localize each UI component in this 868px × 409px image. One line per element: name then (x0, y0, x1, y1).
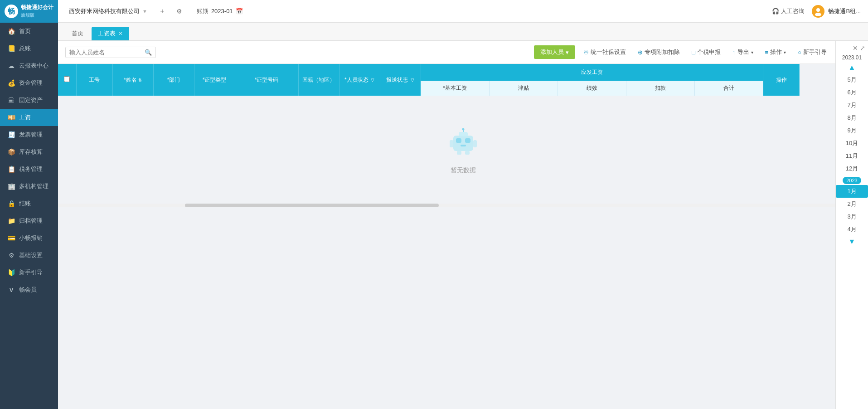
th-deduction: 扣款 (626, 81, 694, 96)
vip-icon: V (7, 287, 15, 293)
tax-icon: 📋 (7, 166, 15, 173)
avatar (812, 5, 824, 18)
company-selector[interactable]: 西安虾米网络科技有限公司 ▼ (65, 5, 151, 17)
th-allowance: 津贴 (489, 81, 558, 96)
search-wrapper: 🔍 (65, 47, 156, 58)
th-status[interactable]: *人员状态 ▽ (339, 64, 380, 96)
panel-nav-up[interactable]: ▲ (847, 62, 858, 73)
svg-rect-5 (461, 145, 466, 146)
logo-icon: 畅 (5, 5, 18, 18)
ai-consult-button[interactable]: 🎧 人工咨询 (772, 7, 805, 15)
sidebar-item-inventory[interactable]: 📦 库存核算 (0, 143, 58, 161)
th-cert-no: *证型号码 (235, 64, 298, 96)
svg-point-1 (815, 13, 821, 16)
operate-button[interactable]: ≡ 操作 ▾ (761, 46, 790, 58)
sidebar-item-multi-org[interactable]: 🏢 多机构管理 (0, 178, 58, 195)
new-guide-button[interactable]: ○ 新手引导 (794, 46, 830, 58)
export-icon: ↑ (732, 49, 736, 56)
empty-icon (445, 123, 481, 159)
th-action: 操作 (763, 64, 800, 96)
select-all-checkbox[interactable] (64, 76, 70, 82)
invoice-icon: 🧾 (7, 131, 15, 138)
svg-rect-3 (456, 138, 461, 143)
sidebar-item-cloud-report[interactable]: ☁ 云报表中心 (0, 57, 58, 74)
th-report-status[interactable]: 报送状态 ▽ (380, 64, 421, 96)
tab-home[interactable]: 首页 (65, 27, 90, 40)
sidebar-item-settings[interactable]: ⚙ 基础设置 (0, 247, 58, 264)
month-10[interactable]: 10月 (836, 137, 868, 150)
month-6[interactable]: 6月 (836, 86, 868, 99)
year-badge[interactable]: 2023 (843, 177, 861, 184)
th-dept: *部门 (153, 64, 194, 96)
panel-nav-down[interactable]: ▼ (847, 236, 858, 248)
sidebar-item-vip[interactable]: V 畅会员 (0, 281, 58, 298)
svg-rect-9 (450, 140, 453, 147)
month-4[interactable]: 4月 (836, 223, 868, 236)
svg-point-0 (816, 8, 820, 12)
export-button[interactable]: ↑ 导出 ▾ (729, 46, 757, 58)
month-11[interactable]: 11月 (836, 150, 868, 162)
home-icon: 🏠 (7, 28, 15, 35)
expand-panel-button[interactable]: ⤢ (860, 44, 865, 52)
report-filter-icon: ▽ (411, 78, 414, 83)
export-arrow-icon: ▾ (751, 50, 753, 55)
headset-icon: 🎧 (772, 8, 779, 15)
special-deduct-button[interactable]: ⊕ 专项附加扣除 (634, 46, 684, 58)
tax-declare-button[interactable]: □ 个税申报 (688, 46, 724, 58)
close-panel-button[interactable]: ✕ (853, 44, 858, 52)
tabs-bar: 首页 工资表 ✕ (58, 23, 868, 41)
accounting-period: 账期 2023-01 📅 (197, 7, 243, 15)
month-7[interactable]: 7月 (836, 99, 868, 112)
social-insurance-button[interactable]: ♾ 统一社保设置 (580, 46, 630, 58)
search-icon: 🔍 (145, 49, 152, 56)
dropdown-arrow-icon: ▾ (566, 49, 569, 56)
search-input[interactable] (69, 49, 142, 56)
guide-btn-icon: ○ (798, 49, 801, 56)
expense-icon: 💳 (7, 234, 15, 242)
sidebar-item-home[interactable]: 🏠 首页 (0, 23, 58, 40)
salary-icon: 💴 (7, 114, 15, 121)
logo-text: 畅捷通好会计 旗舰版 (21, 4, 53, 19)
month-3[interactable]: 3月 (836, 210, 868, 223)
add-company-button[interactable]: + (156, 5, 168, 17)
th-salary-group: 应发工资 (421, 64, 763, 81)
sidebar-item-salary[interactable]: 💴 工资 (0, 109, 58, 126)
add-person-button[interactable]: 添加人员 ▾ (534, 45, 575, 59)
tab-close-icon[interactable]: ✕ (118, 30, 123, 37)
archive-icon: 📁 (7, 217, 15, 224)
sidebar-item-tax[interactable]: 📋 税务管理 (0, 161, 58, 178)
tab-salary-table[interactable]: 工资表 ✕ (92, 27, 129, 40)
th-checkbox[interactable] (58, 64, 76, 96)
sidebar-item-expense[interactable]: 💳 小畅报销 (0, 229, 58, 247)
month-5[interactable]: 5月 (836, 73, 868, 86)
th-id: 工号 (76, 64, 112, 96)
month-2[interactable]: 2月 (836, 198, 868, 210)
settings-icon: ⚙ (7, 252, 15, 259)
svg-rect-4 (465, 138, 470, 143)
user-info[interactable]: 畅捷通B组... (812, 5, 861, 18)
sidebar-item-fund[interactable]: 💰 资金管理 (0, 74, 58, 92)
month-12[interactable]: 12月 (836, 162, 868, 175)
empty-state: 暂无数据 (58, 96, 868, 202)
svg-rect-6 (459, 132, 468, 136)
th-base-salary: *基本工资 (421, 81, 489, 96)
calendar-icon[interactable]: 📅 (236, 8, 243, 15)
app-logo: 畅 畅捷通好会计 旗舰版 (0, 0, 58, 23)
sidebar-item-guide[interactable]: 🔰 新手引导 (0, 264, 58, 281)
sidebar-item-fixed-asset[interactable]: 🏛 固定资产 (0, 92, 58, 109)
month-1-active[interactable]: 1月 (836, 185, 868, 198)
th-name[interactable]: *姓名 ⇅ (112, 64, 153, 96)
sidebar: 畅 畅捷通好会计 旗舰版 🏠 首页 📒 总账 ☁ 云报表中心 💰 资金管理 🏛 … (0, 0, 58, 409)
asset-icon: 🏛 (7, 97, 15, 104)
th-performance: 绩效 (558, 81, 626, 96)
svg-point-8 (462, 128, 464, 131)
sidebar-item-close-accounts[interactable]: 🔒 结账 (0, 195, 58, 212)
month-9[interactable]: 9月 (836, 124, 868, 137)
empty-row: 暂无数据 (58, 96, 868, 202)
sidebar-item-ledger[interactable]: 📒 总账 (0, 40, 58, 57)
company-settings-button[interactable]: ⚙ (174, 5, 185, 17)
sidebar-item-archive[interactable]: 📁 归档管理 (0, 212, 58, 229)
month-8[interactable]: 8月 (836, 112, 868, 124)
social-icon: ♾ (583, 49, 589, 56)
sidebar-item-invoice[interactable]: 🧾 发票管理 (0, 126, 58, 143)
